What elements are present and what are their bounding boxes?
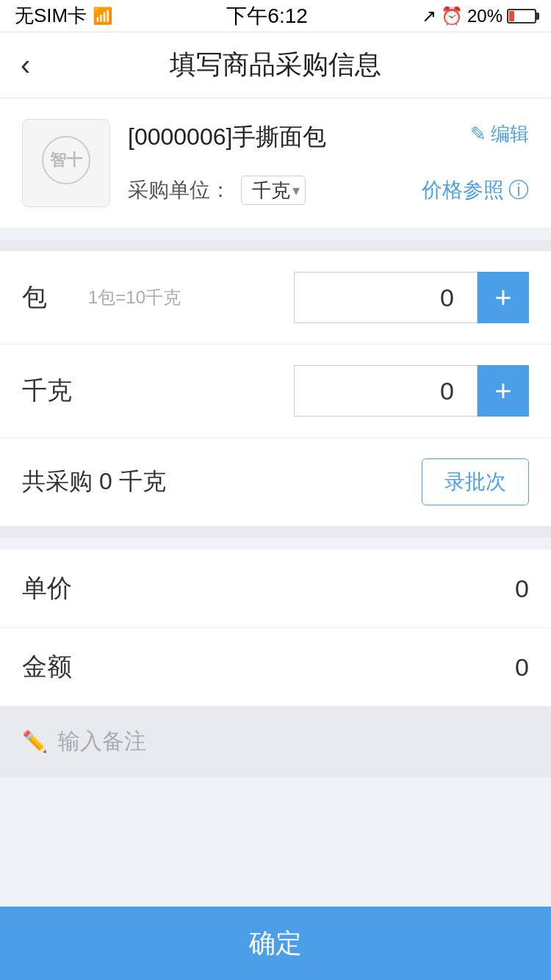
unit-price-value: 0 [515, 574, 529, 603]
product-card: 智十 [0000006]手撕面包 ✎ 编辑 采购单位： 千克 [0, 98, 551, 228]
section-divider-2 [0, 526, 551, 538]
pricing-section: 单价 0 金额 0 [0, 550, 551, 706]
input-section: 包 1包=10千克 + 千克 + 共采购 0 千克 录批次 [0, 251, 551, 526]
unit-select[interactable]: 千克 [241, 176, 306, 205]
status-time: 下午6:12 [226, 2, 308, 30]
unit-label: 采购单位： [128, 176, 231, 204]
amount-row: 金额 0 [0, 628, 551, 706]
kg-label: 千克 [22, 374, 81, 408]
nav-bar: ‹ 填写商品采购信息 [0, 32, 551, 98]
edit-button[interactable]: ✎ 编辑 [470, 121, 529, 147]
bag-input[interactable] [294, 272, 478, 323]
product-logo: 智十 [40, 134, 92, 192]
unit-price-row: 单价 0 [0, 550, 551, 628]
price-ref-label: 价格参照 [422, 176, 504, 204]
record-batch-button[interactable]: 录批次 [422, 458, 529, 505]
price-reference-button[interactable]: 价格参照 ⓘ [422, 176, 529, 204]
edit-icon: ✎ [470, 123, 486, 145]
note-placeholder: 输入备注 [58, 727, 146, 757]
summary-unit: 千克 [119, 468, 166, 494]
content-area: 智十 [0000006]手撕面包 ✎ 编辑 采购单位： 千克 [0, 98, 551, 980]
status-bar: 无SIM卡 📶 下午6:12 ↗ ⏰ 20% [0, 0, 551, 32]
bag-input-row: 包 1包=10千克 + [0, 251, 551, 345]
back-button[interactable]: ‹ [21, 48, 30, 82]
bag-sublabel: 1包=10千克 [88, 286, 294, 309]
status-left: 无SIM卡 📶 [15, 3, 112, 29]
pencil-icon: ✏️ [22, 729, 48, 754]
kg-plus-button[interactable]: + [478, 365, 529, 417]
kg-input-wrapper: + [294, 365, 529, 417]
bag-plus-button[interactable]: + [478, 272, 529, 323]
edit-label: 编辑 [491, 121, 529, 147]
help-icon: ⓘ [508, 176, 529, 204]
summary-text: 共采购 0 千克 [22, 466, 422, 498]
confirm-button-label: 确定 [249, 926, 302, 962]
kg-input[interactable] [294, 365, 478, 417]
product-info: [0000006]手撕面包 ✎ 编辑 采购单位： 千克 价格参照 ⓘ [128, 121, 529, 205]
battery-icon [507, 9, 536, 24]
summary-amount: 0 [99, 468, 119, 494]
kg-input-row: 千克 + [0, 345, 551, 438]
amount-value: 0 [515, 653, 529, 682]
section-divider-1 [0, 239, 551, 251]
alarm-icon: ⏰ [441, 6, 463, 26]
product-name: [0000006]手撕面包 [128, 121, 326, 154]
amount-label: 金额 [22, 650, 515, 684]
page-title: 填写商品采购信息 [170, 47, 381, 83]
battery-percent: 20% [467, 6, 503, 26]
summary-prefix: 共采购 [22, 468, 99, 494]
summary-row: 共采购 0 千克 录批次 [0, 438, 551, 526]
status-right: ↗ ⏰ 20% [422, 6, 536, 26]
confirm-bar[interactable]: 确定 [0, 907, 551, 980]
location-icon: ↗ [422, 6, 436, 26]
product-unit-row: 采购单位： 千克 价格参照 ⓘ [128, 176, 529, 205]
record-batch-label: 录批次 [444, 470, 506, 493]
wifi-icon: 📶 [93, 7, 112, 26]
product-thumbnail: 智十 [22, 119, 110, 207]
svg-text:智十: 智十 [49, 151, 83, 169]
unit-select-wrapper[interactable]: 千克 [241, 176, 306, 205]
bag-input-wrapper: + [294, 272, 529, 323]
carrier-label: 无SIM卡 [15, 3, 87, 29]
unit-price-label: 单价 [22, 572, 515, 605]
bag-label: 包 [22, 281, 81, 314]
product-top-row: [0000006]手撕面包 ✎ 编辑 [128, 121, 529, 165]
note-section[interactable]: ✏️ 输入备注 [0, 706, 551, 777]
